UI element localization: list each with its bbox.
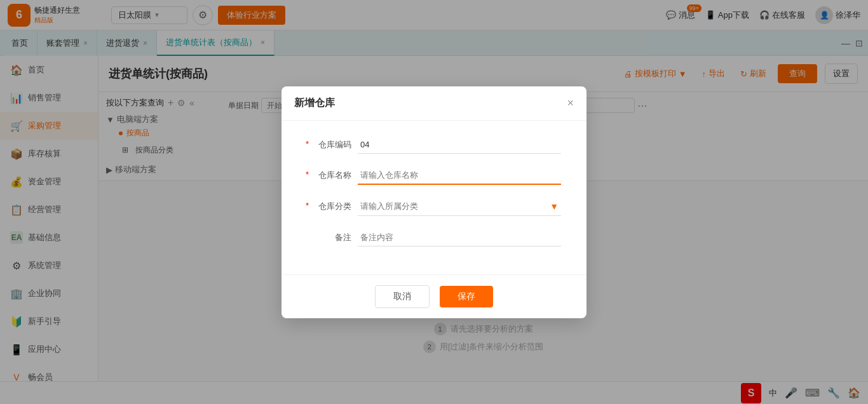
warehouse-note-label: 备注 — [307, 232, 358, 243]
add-warehouse-modal: 新增仓库 × 仓库编码 仓库名称 仓库分类 ▼ — [281, 86, 587, 318]
warehouse-name-row: 仓库名称 — [307, 166, 561, 185]
category-dropdown-arrow: ▼ — [550, 201, 559, 212]
warehouse-code-label: 仓库编码 — [307, 139, 358, 151]
save-button[interactable]: 保存 — [440, 286, 493, 307]
modal-body: 仓库编码 仓库名称 仓库分类 ▼ 备注 — [281, 121, 587, 274]
warehouse-name-input[interactable] — [358, 166, 561, 185]
modal-backdrop: 新增仓库 × 仓库编码 仓库名称 仓库分类 ▼ — [0, 0, 868, 404]
warehouse-category-label: 仓库分类 — [307, 201, 358, 212]
warehouse-name-label: 仓库名称 — [307, 170, 358, 181]
modal-header: 新增仓库 × — [281, 86, 587, 121]
modal-close-button[interactable]: × — [567, 97, 574, 109]
warehouse-note-input[interactable] — [358, 229, 561, 246]
modal-title: 新增仓库 — [294, 97, 335, 110]
warehouse-category-select-wrapper[interactable]: ▼ — [358, 198, 561, 216]
cancel-button[interactable]: 取消 — [375, 285, 430, 308]
warehouse-note-row: 备注 — [307, 229, 561, 246]
warehouse-code-input[interactable] — [358, 136, 561, 154]
warehouse-category-input[interactable] — [360, 201, 550, 211]
warehouse-category-row: 仓库分类 ▼ — [307, 198, 561, 216]
warehouse-code-row: 仓库编码 — [307, 136, 561, 154]
modal-footer: 取消 保存 — [281, 274, 587, 318]
